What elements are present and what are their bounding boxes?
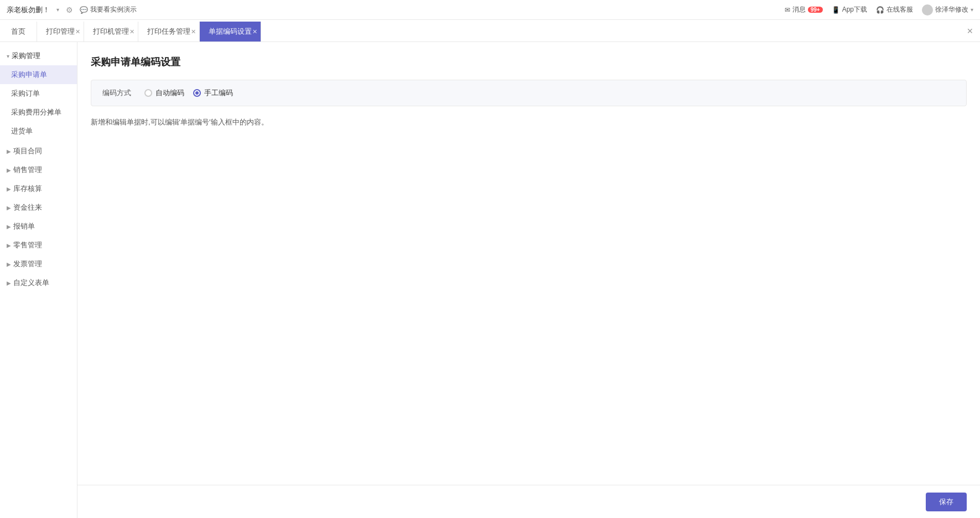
save-button[interactable]: 保存 xyxy=(926,493,967,511)
sidebar-item-project-contract[interactable]: ▶ 项目合同 xyxy=(0,142,77,160)
page-title: 采购申请单编码设置 xyxy=(91,55,967,69)
dropdown-icon[interactable]: ▾ xyxy=(56,7,59,13)
tab-close-print-task-mgmt[interactable]: ✕ xyxy=(191,28,196,35)
hint-text: 新增和编辑单据时,可以编辑'单据编号'输入框中的内容。 xyxy=(91,117,967,127)
top-bar-left: 亲老板勿删！ ▾ ⚙ 💬 我要看实例演示 xyxy=(7,5,137,15)
radio-manual-circle xyxy=(193,89,201,97)
sidebar-item-purchase-order[interactable]: 采购订单 xyxy=(0,84,77,103)
tab-home[interactable]: 首页 xyxy=(0,22,37,42)
message-badge: 99+ xyxy=(808,7,823,13)
sidebar-item-custom-forms[interactable]: ▶ 自定义表单 xyxy=(0,273,77,292)
gear-icon[interactable]: ⚙ xyxy=(66,6,73,14)
top-bar-title: 亲老板勿删！ xyxy=(7,5,50,15)
demo-link[interactable]: 💬 我要看实例演示 xyxy=(80,5,137,14)
online-service-button[interactable]: 🎧 在线客服 xyxy=(876,5,913,14)
tab-close-single-barcode[interactable]: ✕ xyxy=(252,28,257,35)
radio-manual-encode[interactable]: 手工编码 xyxy=(193,88,233,98)
radio-manual-label: 手工编码 xyxy=(204,88,233,98)
main-layout: ▾ 采购管理 采购申请单 采购订单 采购费用分摊单 进货单 ▶ 项目合同 ▶ 销… xyxy=(0,42,980,518)
encoding-label: 编码方式 xyxy=(102,88,131,98)
tab-bar: 首页 打印管理 ✕ 打印机管理 ✕ 打印任务管理 ✕ 单据编码设置 ✕ ✕ xyxy=(0,20,980,42)
tab-printer-mgmt[interactable]: 打印机管理 ✕ xyxy=(84,22,138,42)
chevron-right-icon-5: ▶ xyxy=(7,224,11,230)
chevron-right-icon: ▶ xyxy=(7,148,11,154)
user-dropdown-icon: ▾ xyxy=(971,7,973,13)
close-all-button[interactable]: ✕ xyxy=(960,27,980,35)
sidebar-item-purchase-receipt[interactable]: 进货单 xyxy=(0,122,77,141)
sidebar-item-purchase-request[interactable]: 采购申请单 xyxy=(0,65,77,84)
user-menu[interactable]: 徐泽华修改 ▾ xyxy=(922,4,973,15)
app-icon: 📱 xyxy=(832,6,840,14)
chevron-down-icon: ▾ xyxy=(7,53,9,59)
top-bar: 亲老板勿删！ ▾ ⚙ 💬 我要看实例演示 ✉ 消息 99+ 📱 App下载 🎧 … xyxy=(0,0,980,20)
radio-group: 自动编码 手工编码 xyxy=(144,88,233,98)
sidebar: ▾ 采购管理 采购申请单 采购订单 采购费用分摊单 进货单 ▶ 项目合同 ▶ 销… xyxy=(0,42,77,518)
tab-print-task-mgmt[interactable]: 打印任务管理 ✕ xyxy=(138,22,200,42)
chevron-right-icon-2: ▶ xyxy=(7,167,11,173)
sidebar-group-title-purchase-mgmt[interactable]: ▾ 采购管理 xyxy=(0,46,77,65)
sidebar-item-return[interactable]: ▶ 报销单 xyxy=(0,217,77,236)
radio-auto-circle xyxy=(144,89,152,97)
sidebar-item-capital[interactable]: ▶ 资金往来 xyxy=(0,198,77,217)
encoding-section: 编码方式 自动编码 手工编码 xyxy=(91,80,967,106)
message-icon: ✉ xyxy=(785,6,790,14)
app-download-button[interactable]: 📱 App下载 xyxy=(832,5,867,14)
content-footer: 保存 xyxy=(77,485,980,518)
sidebar-item-retail-mgmt[interactable]: ▶ 零售管理 xyxy=(0,236,77,255)
sidebar-item-invoice-mgmt[interactable]: ▶ 发票管理 xyxy=(0,255,77,273)
tab-close-print-mgmt[interactable]: ✕ xyxy=(75,28,80,35)
tab-single-barcode-settings[interactable]: 单据编码设置 ✕ xyxy=(200,22,261,42)
sidebar-item-sales-mgmt[interactable]: ▶ 销售管理 xyxy=(0,160,77,179)
chevron-right-icon-4: ▶ xyxy=(7,205,11,211)
chevron-right-icon-3: ▶ xyxy=(7,186,11,192)
radio-auto-encode[interactable]: 自动编码 xyxy=(144,88,184,98)
tab-print-mgmt[interactable]: 打印管理 ✕ xyxy=(37,22,84,42)
sidebar-item-purchase-expense[interactable]: 采购费用分摊单 xyxy=(0,103,77,122)
top-bar-right: ✉ 消息 99+ 📱 App下载 🎧 在线客服 徐泽华修改 ▾ xyxy=(785,4,973,15)
tab-close-printer-mgmt[interactable]: ✕ xyxy=(129,28,134,35)
content-inner: 采购申请单编码设置 编码方式 自动编码 手工编码 新增和编辑单据时,可以编辑'单… xyxy=(77,42,980,485)
user-avatar xyxy=(922,4,933,15)
service-icon: 🎧 xyxy=(876,6,884,14)
chevron-right-icon-7: ▶ xyxy=(7,261,11,267)
sidebar-item-inventory[interactable]: ▶ 库存核算 xyxy=(0,179,77,198)
content-area: 采购申请单编码设置 编码方式 自动编码 手工编码 新增和编辑单据时,可以编辑'单… xyxy=(77,42,980,518)
chevron-right-icon-8: ▶ xyxy=(7,280,11,286)
demo-icon: 💬 xyxy=(80,6,88,14)
sidebar-group-purchase-mgmt: ▾ 采购管理 采购申请单 采购订单 采购费用分摊单 进货单 xyxy=(0,46,77,141)
chevron-right-icon-6: ▶ xyxy=(7,242,11,248)
messages-button[interactable]: ✉ 消息 99+ xyxy=(785,5,823,14)
radio-auto-label: 自动编码 xyxy=(155,88,184,98)
